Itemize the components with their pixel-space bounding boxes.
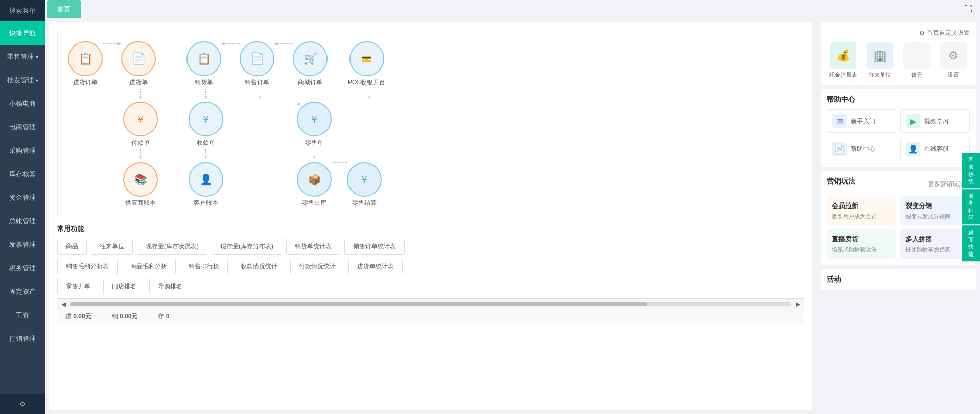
marketing-card-member[interactable]: 会员拉新 吸引用户成为会员 <box>827 196 896 225</box>
node-pos[interactable]: 💳 POS收银开台 <box>348 41 385 87</box>
right-panel: ⚙ 首页自定义设置 💰 现金流量表 🏢 往来单位 <box>816 18 980 414</box>
customize-button[interactable]: ⚙ 首页自定义设置 <box>919 29 970 37</box>
scroll-thumb[interactable] <box>70 302 647 306</box>
func-btn-goods[interactable]: 商品 <box>57 239 87 255</box>
func-btn-sales-rank[interactable]: 销售排行榜 <box>180 259 228 274</box>
fullscreen-button[interactable]: ⛶ <box>961 2 976 17</box>
bottom-stats: 进 0.00元 销 0.00元 存 0 <box>57 309 804 324</box>
sidebar-item-assets[interactable]: 固定资产 <box>0 280 45 304</box>
sidebar-item-ecommerce[interactable]: 电商管理 <box>0 116 45 139</box>
func-btn-purchase-stats[interactable]: 进货单统计表 <box>348 259 403 274</box>
func-btn-retail-order[interactable]: 零售开单 <box>57 279 99 294</box>
stat-purchase: 进 0.00元 <box>65 312 91 321</box>
activity-section: 活动 <box>821 269 976 290</box>
wholesale-arrow-icon: ▾ <box>36 78 38 83</box>
cashflow-icon-box: 💰 <box>830 42 856 69</box>
sidebar-search[interactable]: 搜索菜单 <box>0 0 45 21</box>
horizontal-scrollbar[interactable]: ◀ ▶ <box>57 298 804 309</box>
sidebar-item-inventory[interactable]: 库存核算 <box>0 163 45 186</box>
func-btn-guide-rank[interactable]: 导购排名 <box>149 279 191 294</box>
marketing-header: 营销玩法 更多营销玩法 > <box>827 177 970 191</box>
customize-row: ⚙ 首页自定义设置 <box>827 29 970 37</box>
quick-access-section: ⚙ 首页自定义设置 💰 现金流量表 🏢 往来单位 <box>821 22 976 85</box>
help-grid: ✉ 新手入门 ▶ 视频学习 📄 帮助中心 👤 <box>827 109 970 160</box>
node-supplier-account[interactable]: 📚 供应商账本 <box>123 162 158 208</box>
sidebar-item-ledger[interactable]: 总账管理 <box>0 210 45 233</box>
scroll-right-arrow[interactable]: ▶ <box>794 301 802 308</box>
sidebar-item-more[interactable]: 行销管理 <box>0 327 45 351</box>
func-btn-sales-stats[interactable]: 销货单统计表 <box>286 239 340 255</box>
func-btn-stock-status[interactable]: 现存量(库存状况表) <box>137 239 207 255</box>
node-retail-warehouse[interactable]: 📦 零售出库 <box>297 162 332 208</box>
sidebar-item-ecommerce-small[interactable]: 小畅电商 <box>0 92 45 116</box>
func-btn-gross-profit[interactable]: 销售毛利分析表 <box>57 259 118 274</box>
help-doc-icon: 📄 <box>832 142 847 156</box>
node-sales-order[interactable]: 📄 销售订单 <box>240 41 274 87</box>
gear-icon: ⚙ <box>919 30 925 37</box>
help-item-service[interactable]: 👤 在线客服 <box>900 137 970 160</box>
marketing-card-live[interactable]: 直播卖货 场景式购物新玩法 <box>827 229 896 259</box>
help-item-help[interactable]: 📄 帮助中心 <box>827 137 896 160</box>
node-purchase-order[interactable]: 📋 进货订单 <box>68 41 103 87</box>
quick-icon-settings[interactable]: ⚙ 设置 <box>937 42 970 79</box>
help-center-section: 帮助中心 ✉ 新手入门 ▶ 视频学习 📄 帮助中心 <box>821 89 976 167</box>
service-icon: 👤 <box>906 142 920 156</box>
scroll-left-arrow[interactable]: ◀ <box>59 301 68 308</box>
func-btn-contacts[interactable]: 往来单位 <box>91 239 133 255</box>
node-mall-order[interactable]: 🛒 商城订单 <box>293 41 328 87</box>
none-icon-box <box>903 42 930 69</box>
sidebar-item-wholesale[interactable]: 批发管理 ▾ <box>0 68 45 92</box>
settings-icon-box: ⚙ <box>940 42 967 69</box>
func-btn-goods-profit[interactable]: 商品毛利分析 <box>122 259 176 274</box>
node-retail-checkout[interactable]: ¥ 零售结算 <box>347 162 382 208</box>
help-item-video[interactable]: ▶ 视频学习 <box>900 109 970 133</box>
func-btn-order-stats[interactable]: 销售订单统计表 <box>344 239 405 255</box>
scroll-track[interactable] <box>70 302 791 306</box>
common-functions-title: 常用功能 <box>57 224 804 234</box>
func-btn-store-rank[interactable]: 门店排名 <box>103 279 145 294</box>
float-community[interactable]: 服务社区 <box>962 189 980 224</box>
quick-icon-cashflow[interactable]: 💰 现金流量表 <box>827 42 859 79</box>
node-receipt[interactable]: ¥ 收款单 <box>189 102 223 147</box>
func-btn-receipt-stats[interactable]: 收款情况统计 <box>232 259 286 274</box>
func-btn-payment-stats[interactable]: 付款情况统计 <box>290 259 344 274</box>
marketing-section: 营销玩法 更多营销玩法 > 会员拉新 吸引用户成为会员 裂变分销 裂变式发展分销… <box>821 171 976 265</box>
workflow-diagram: 📋 进货订单 ▶ 📄 进货单 <box>57 31 804 218</box>
sidebar-item-purchase[interactable]: 采购管理 <box>0 139 45 163</box>
float-customer-service[interactable]: 客服热线 <box>962 153 980 188</box>
stat-sales: 销 0.00元 <box>112 312 138 321</box>
help-item-beginner[interactable]: ✉ 新手入门 <box>827 109 896 133</box>
sidebar-settings-button[interactable]: ⚙ <box>0 394 45 414</box>
marketing-card-group[interactable]: 多人拼团 拼团购物享受优惠 <box>900 229 970 259</box>
func-btn-stock-dist[interactable]: 现存量(库存分布表) <box>212 239 282 255</box>
sidebar-item-tax[interactable]: 税务管理 <box>0 257 45 280</box>
arrow-purchase-order-to-bill: ▶ <box>103 41 121 81</box>
floating-buttons: 客服热线 服务社区 桌面快捷 <box>962 153 980 261</box>
main-panel: 📋 进货订单 ▶ 📄 进货单 <box>49 22 812 410</box>
node-customer-account[interactable]: 👤 客户账本 <box>189 162 223 208</box>
marketing-card-fission[interactable]: 裂变分销 裂变式发展分销商 <box>900 196 970 225</box>
quick-icon-contacts[interactable]: 🏢 往来单位 <box>864 42 896 79</box>
sidebar-item-finance[interactable]: 资金管理 <box>0 186 45 210</box>
stat-stock: 存 0 <box>158 312 169 321</box>
sidebar-item-invoice[interactable]: 发票管理 <box>0 233 45 257</box>
tab-home[interactable]: 首页 <box>47 0 81 18</box>
sidebar-item-quicknav[interactable]: 快捷导航 <box>0 21 45 45</box>
help-center-title: 帮助中心 <box>827 95 970 104</box>
func-buttons-row2: 销售毛利分析表 商品毛利分析 销售排行榜 收款情况统计 付款情况统计 进货单统计… <box>57 259 804 274</box>
node-payment[interactable]: ¥ 付款单 <box>123 102 158 147</box>
node-purchase-bill[interactable]: 📄 进货单 <box>121 41 156 87</box>
activity-title: 活动 <box>827 275 970 284</box>
quick-icons-row: 💰 现金流量表 🏢 往来单位 暂无 ⚙ 设 <box>827 42 970 79</box>
node-sales-bill[interactable]: 📋 销货单 <box>186 41 221 87</box>
contacts-icon-box: 🏢 <box>867 42 893 69</box>
beginner-icon: ✉ <box>832 114 847 128</box>
sidebar-item-retail[interactable]: 零售管理 ▾ <box>0 45 45 68</box>
tab-bar: 首页 ⛶ <box>45 0 980 18</box>
retail-arrow-icon: ▾ <box>36 54 38 60</box>
marketing-title: 营销玩法 <box>827 177 855 186</box>
quick-icon-none[interactable]: 暂无 <box>900 42 933 79</box>
sidebar-item-salary[interactable]: 工资 <box>0 304 45 327</box>
func-buttons-row1: 商品 往来单位 现存量(库存状况表) 现存量(库存分布表) 销货单统计表 销售订… <box>57 239 804 255</box>
float-desktop[interactable]: 桌面快捷 <box>962 226 980 261</box>
